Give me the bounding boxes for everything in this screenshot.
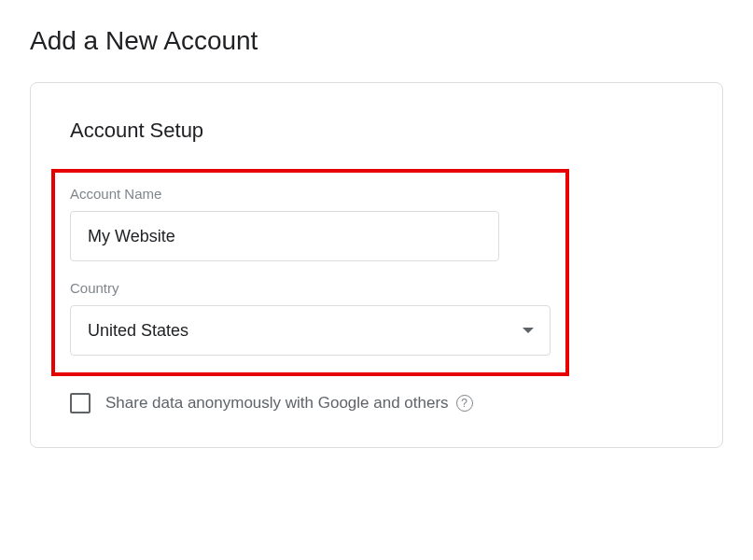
page-title: Add a New Account [30, 26, 723, 56]
account-setup-card: Account Setup Account Name Country Unite… [30, 82, 723, 448]
account-name-input[interactable] [70, 211, 499, 261]
country-field-group: Country United States [70, 280, 551, 356]
section-title: Account Setup [70, 119, 683, 143]
country-select[interactable]: United States [70, 305, 551, 356]
share-data-row: Share data anonymously with Google and o… [70, 393, 683, 413]
country-select-wrap: United States [70, 305, 551, 356]
account-name-label: Account Name [70, 186, 551, 202]
country-select-value: United States [88, 321, 188, 341]
account-name-field-group: Account Name [70, 186, 551, 261]
help-icon[interactable]: ? [456, 395, 473, 412]
share-data-label-text: Share data anonymously with Google and o… [105, 394, 449, 413]
share-data-label: Share data anonymously with Google and o… [105, 394, 473, 413]
highlighted-fields-box: Account Name Country United States [51, 169, 569, 376]
chevron-down-icon [523, 328, 534, 333]
country-label: Country [70, 280, 551, 296]
share-data-checkbox[interactable] [70, 393, 91, 413]
